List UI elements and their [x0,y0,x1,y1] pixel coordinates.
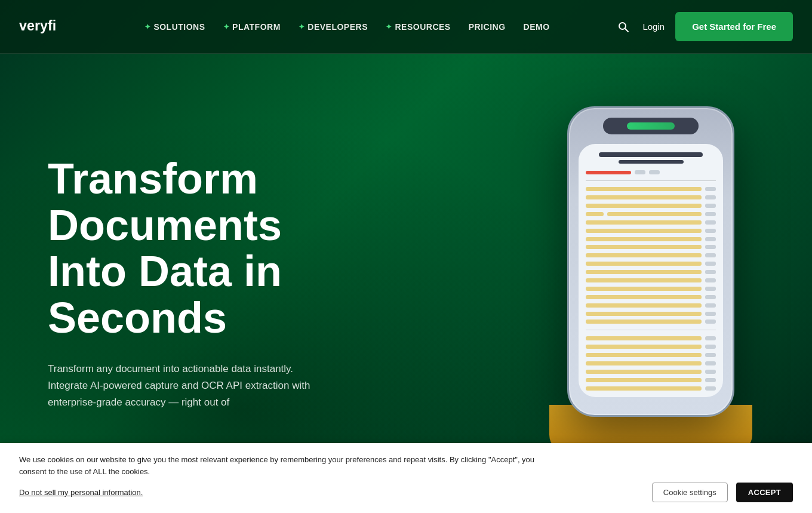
receipt-row-24 [586,386,716,391]
receipt-bar-19 [586,345,702,349]
receipt-bar-12b [705,278,716,282]
receipt-bar-22b [705,370,716,374]
spark-icon-platform: ✦ [223,23,230,31]
receipt-row-11 [586,269,716,275]
receipt-bar-2 [586,195,702,199]
receipt-bar-14b [705,295,716,299]
receipt-bar-8 [586,245,702,249]
receipt-bar-6b [705,229,716,233]
cookie-privacy-link[interactable]: Do not sell my personal information. [19,488,143,497]
phone-screen [579,144,723,397]
receipt-header [586,152,716,164]
receipt-bar-4c [705,212,716,216]
nav-solutions[interactable]: ✦ SOLUTIONS [137,17,213,36]
cookie-text: We use cookies on our website to give yo… [19,454,556,478]
spark-icon-developers: ✦ [299,23,305,31]
receipt-divider-2 [586,330,716,330]
cookie-settings-button[interactable]: Cookie settings [652,483,728,502]
navbar: veryfi ✦ SOLUTIONS ✦ PLATFORM ✦ DEVELOPE… [0,0,812,54]
receipt-bar-9 [586,253,702,257]
cookie-banner: We use cookies on our website to give yo… [0,443,812,513]
receipt-row-6 [586,228,716,234]
receipt-row-17 [586,320,716,325]
receipt-bar-2b [705,195,716,199]
nav-demo[interactable]: DEMO [516,17,557,36]
nav-resources[interactable]: ✦ RESOURCES [379,17,458,36]
receipt-bar-7 [586,237,702,241]
logo[interactable]: veryfi [19,15,79,39]
login-button[interactable]: Login [642,21,665,32]
receipt-bar-3 [586,204,702,208]
phone-notch-pill [627,122,675,130]
receipt-bar-6 [586,229,702,233]
receipt-row-18 [586,336,716,341]
receipt-gray-bar-2 [649,170,660,174]
nav-pricing[interactable]: PRICING [462,17,513,36]
receipt-bar-23b [705,378,716,382]
receipt-row-16 [586,311,716,317]
nav-menu: ✦ SOLUTIONS ✦ PLATFORM ✦ DEVELOPERS ✦ RE… [137,17,557,36]
hero-section: Transform Documents Into Data in Seconds… [0,0,812,513]
hero-content: Transform Documents Into Data in Seconds… [0,108,358,459]
receipt-bar-17 [586,320,702,324]
receipt-bar-20 [586,353,702,357]
nav-platform[interactable]: ✦ PLATFORM [216,17,288,36]
phone-notch [603,118,699,134]
receipt-bar-10 [586,262,702,266]
receipt-row-19 [586,344,716,349]
cookie-bottom-row: Do not sell my personal information. Coo… [19,483,793,502]
receipt-bar-5 [586,220,702,225]
receipt-row-13 [586,286,716,291]
receipt-red-bar [586,171,631,174]
receipt-subtitle-line [619,160,684,164]
receipt-bar-18b [705,336,716,340]
spark-icon-solutions: ✦ [144,23,151,31]
receipt-bar-21b [705,361,716,365]
nav-developers[interactable]: ✦ DEVELOPERS [291,17,375,36]
receipt-row-21 [586,361,716,366]
receipt-bar-1 [586,187,702,191]
receipt-bar-24 [586,386,702,391]
receipt-bar-16b [705,312,716,316]
receipt-row-2 [586,195,716,200]
receipt-row-20 [586,352,716,358]
receipt-divider-1 [586,180,716,181]
receipt-row-14 [586,294,716,300]
receipt-row-15 [586,303,716,308]
receipt-bar-19b [705,345,716,349]
receipt-bar-1b [705,187,716,191]
receipt-row-22 [586,369,716,374]
receipt-row-1 [586,186,716,192]
receipt-bar-18 [586,336,702,340]
receipt-bar-21 [586,361,702,365]
receipt-bar-15 [586,303,702,308]
receipt-gray-bar-1 [635,170,645,174]
receipt-bar-13b [705,287,716,291]
receipt-bar-14 [586,295,702,299]
nav-actions: Login Get Started for Free [615,12,793,41]
receipt-bar-9b [705,253,716,257]
hero-title: Transform Documents Into Data in Seconds [48,156,310,342]
search-button[interactable] [615,19,632,35]
receipt-row-23 [586,377,716,383]
receipt-title-line [599,152,703,157]
receipt-bar-16 [586,312,702,316]
receipt-row-4 [586,211,716,217]
receipt-row-3 [586,203,716,208]
receipt-bar-10b [705,262,716,266]
receipt-row-red [586,170,716,176]
spark-icon-resources: ✦ [386,23,392,31]
receipt-bar-8b [705,245,716,249]
receipt-bar-15b [705,303,716,308]
receipt-bar-5b [705,220,716,225]
receipt-bar-13 [586,287,702,291]
receipt-row-7 [586,236,716,242]
svg-line-2 [625,29,628,32]
cookie-accept-button[interactable]: ACCEPT [736,483,793,502]
hero-description: Transform any document into actionable d… [48,361,310,411]
receipt-bar-3b [705,204,716,208]
receipt-bar-23 [586,378,702,382]
receipt-row-10 [586,261,716,266]
get-started-button[interactable]: Get Started for Free [675,12,793,41]
receipt-bar-4b [607,212,702,216]
